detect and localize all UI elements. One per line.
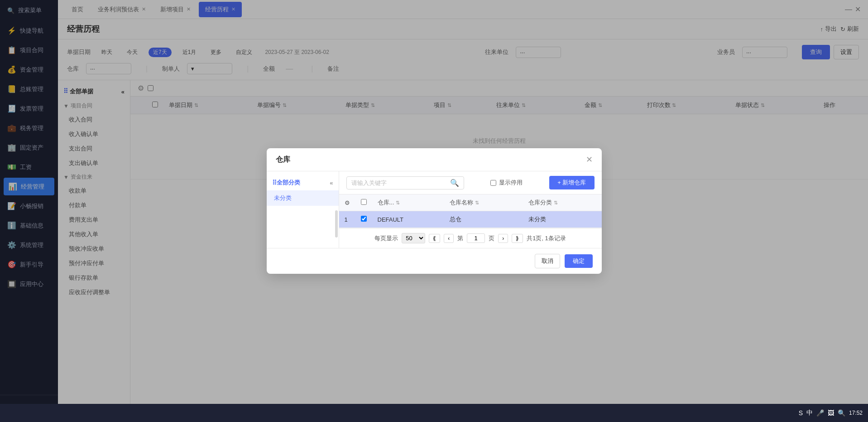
modal-page-suffix: 页 (489, 234, 494, 243)
taskbar-icon-2[interactable]: 中 (806, 409, 813, 417)
taskbar-icon-5[interactable]: 🔍 (838, 409, 845, 417)
taskbar-icon-3[interactable]: 🎤 (816, 409, 824, 417)
modal-page-input[interactable] (467, 233, 485, 243)
modal-last-btn[interactable]: ⟫ (512, 234, 523, 243)
modal-collapse-icon[interactable]: « (330, 179, 333, 186)
modal-header: 仓库 ✕ (267, 148, 602, 171)
taskbar-time: 17:52 (849, 410, 863, 416)
modal-search-icon[interactable]: 🔍 (450, 179, 459, 187)
row-category: 未分类 (523, 211, 602, 228)
modal-col-settings[interactable]: ⚙ (339, 194, 355, 211)
modal-per-page-select[interactable]: 50 100 (402, 233, 425, 243)
show-disabled-checkbox[interactable] (490, 180, 496, 186)
warehouse-modal: 仓库 ✕ ⠿ 全部分类 « 未分类 (267, 148, 602, 274)
modal-right: 🔍 显示停用 + 新增仓库 ⚙ (339, 171, 602, 248)
modal-overlay: 仓库 ✕ ⠿ 全部分类 « 未分类 (0, 0, 868, 422)
modal-close-btn[interactable]: ✕ (586, 155, 593, 165)
modal-total-label: 共1页, 1条记录 (527, 234, 566, 243)
modal-left-panel: ⠿ 全部分类 « 未分类 (267, 171, 339, 248)
all-category-label: 全部分类 (277, 179, 300, 187)
row-name: 总仓 (444, 211, 523, 228)
uncategorized-label: 未分类 (274, 194, 292, 201)
modal-cancel-btn[interactable]: 取消 (535, 254, 560, 268)
modal-table-body: 1 DEFAULT 总仓 未分类 (339, 211, 602, 228)
row-checkbox (355, 211, 372, 228)
modal-page-label: 第 (457, 234, 463, 243)
modal-all-category[interactable]: ⠿ 全部分类 « (267, 175, 339, 190)
modal-prev-btn[interactable]: ‹ (444, 234, 454, 243)
modal-uncategorized[interactable]: 未分类 (267, 190, 339, 206)
modal-confirm-btn[interactable]: 确定 (565, 254, 593, 268)
taskbar-icon-4[interactable]: 🖼 (828, 409, 834, 417)
modal-first-btn[interactable]: ⟪ (429, 234, 440, 243)
modal-thead-checkbox[interactable] (361, 199, 367, 205)
modal-search-input[interactable] (351, 179, 447, 186)
row-code: DEFAULT (372, 211, 445, 228)
taskbar: S 中 🎤 🖼 🔍 17:52 (0, 404, 868, 422)
modal-per-page-label: 每页显示 (374, 234, 398, 243)
row-select-checkbox[interactable] (361, 216, 367, 222)
all-category-icon: ⠿ (272, 179, 277, 186)
modal-scrollbar[interactable] (335, 210, 338, 238)
modal-footer: 取消 确定 (267, 248, 602, 274)
modal-table-head: ⚙ 仓库... ⇅ 仓库名称 ⇅ 仓库分类 ⇅ (339, 194, 602, 211)
modal-table: ⚙ 仓库... ⇅ 仓库名称 ⇅ 仓库分类 ⇅ 1 DEFA (339, 194, 602, 228)
modal-col-name[interactable]: 仓库名称 ⇅ (444, 194, 523, 211)
modal-body: ⠿ 全部分类 « 未分类 🔍 (267, 171, 602, 248)
modal-pagination: 每页显示 50 100 ⟪ ‹ 第 页 › ⟫ 共1页, 1条记录 (339, 228, 602, 248)
modal-table-row[interactable]: 1 DEFAULT 总仓 未分类 (339, 211, 602, 228)
row-num: 1 (339, 211, 355, 228)
modal-col-category[interactable]: 仓库分类 ⇅ (523, 194, 602, 211)
modal-col-checkbox (355, 194, 372, 211)
modal-title: 仓库 (276, 155, 290, 165)
modal-left-scroll (267, 206, 339, 244)
add-warehouse-btn[interactable]: + 新增仓库 (549, 176, 594, 189)
modal-col-code[interactable]: 仓库... ⇅ (372, 194, 445, 211)
modal-table-wrap: ⚙ 仓库... ⇅ 仓库名称 ⇅ 仓库分类 ⇅ 1 DEFA (339, 194, 602, 228)
modal-toolbar: 🔍 显示停用 + 新增仓库 (339, 171, 602, 194)
show-disabled-label[interactable]: 显示停用 (490, 179, 523, 187)
modal-search-box: 🔍 (346, 176, 464, 189)
taskbar-icon-1[interactable]: S (799, 409, 803, 417)
modal-next-btn[interactable]: › (498, 234, 508, 243)
